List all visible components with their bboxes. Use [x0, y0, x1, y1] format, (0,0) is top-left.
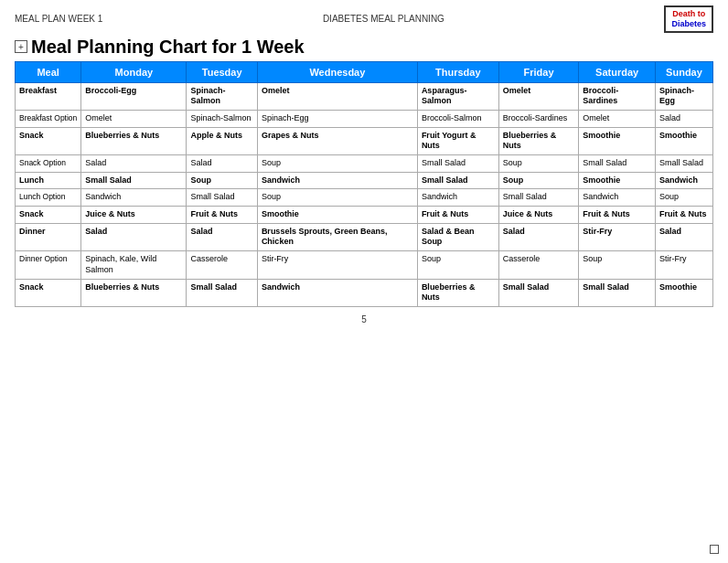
table-cell: Salad	[498, 223, 579, 250]
table-cell: Spinach-Egg	[257, 110, 417, 127]
col-header-saturday: Saturday	[579, 61, 656, 82]
table-cell: Omelet	[81, 110, 187, 127]
table-cell: Blueberries & Nuts	[81, 279, 187, 306]
table-cell: Blueberries & Nuts	[81, 127, 187, 154]
table-cell: Soup	[187, 172, 257, 189]
table-cell: Asparagus-Salmon	[417, 82, 498, 110]
meal-label: Snack	[16, 279, 81, 306]
meal-label: Snack	[16, 127, 81, 154]
table-cell: Small Salad	[655, 155, 712, 173]
logo-line2: Diabetes	[671, 19, 706, 29]
table-cell: Small Salad	[498, 189, 579, 207]
table-cell: Grapes & Nuts	[257, 127, 417, 154]
table-cell: Spinach-Salmon	[187, 82, 257, 110]
table-cell: Fruit Yogurt & Nuts	[417, 127, 498, 154]
table-cell: Broccoli-Sardines	[579, 82, 656, 110]
col-header-wednesday: Wednesday	[257, 61, 417, 82]
table-cell: Sandwich	[655, 172, 712, 189]
table-cell: Sandwich	[81, 189, 187, 207]
table-cell: Soup	[579, 251, 656, 279]
table-cell: Salad	[655, 223, 712, 250]
table-cell: Stir-Fry	[579, 223, 656, 250]
table-cell: Sandwich	[579, 189, 656, 207]
table-cell: Soup	[655, 189, 712, 207]
table-row: Dinner OptionSpinach, Kale, Wild SalmonC…	[16, 251, 713, 279]
meal-label: Breakfast	[16, 82, 81, 110]
table-cell: Omelet	[579, 110, 656, 127]
table-cell: Soup	[417, 251, 498, 279]
table-cell: Salad	[81, 223, 187, 250]
table-cell: Casserole	[187, 251, 257, 279]
table-row: DinnerSaladSaladBrussels Sprouts, Green …	[16, 223, 713, 250]
table-cell: Fruit & Nuts	[579, 207, 656, 224]
table-row: Breakfast OptionOmeletSpinach-SalmonSpin…	[16, 110, 713, 127]
table-cell: Smoothie	[655, 279, 712, 306]
table-cell: Salad	[187, 155, 257, 173]
corner-box	[710, 545, 719, 554]
table-cell: Salad & Bean Soup	[417, 223, 498, 250]
col-header-monday: Monday	[81, 61, 187, 82]
col-header-friday: Friday	[498, 61, 579, 82]
table-cell: Fruit & Nuts	[417, 207, 498, 224]
table-cell: Small Salad	[579, 155, 656, 173]
header-left: MEAL PLAN WEEK 1	[15, 14, 102, 24]
table-cell: Smoothie	[579, 127, 656, 154]
table-cell: Juice & Nuts	[81, 207, 187, 224]
meal-label-sub: Lunch Option	[16, 189, 81, 207]
table-row: BreakfastBroccoli-EggSpinach-SalmonOmele…	[16, 82, 713, 110]
table-row: Snack OptionSaladSaladSoupSmall SaladSou…	[16, 155, 713, 173]
table-cell: Fruit & Nuts	[655, 207, 712, 224]
logo-line1: Death to	[671, 9, 706, 19]
col-header-sunday: Sunday	[655, 61, 712, 82]
table-cell: Broccoli-Salmon	[417, 110, 498, 127]
main-content: + Meal Planning Chart for 1 Week MealMon…	[0, 37, 728, 311]
table-row: SnackJuice & NutsFruit & NutsSmoothieFru…	[16, 207, 713, 224]
table-cell: Soup	[257, 189, 417, 207]
table-cell: Small Salad	[187, 279, 257, 306]
table-cell: Juice & Nuts	[498, 207, 579, 224]
table-header-row: MealMondayTuesdayWednesdayThursdayFriday…	[16, 61, 713, 82]
meal-label: Snack	[16, 207, 81, 224]
table-cell: Salad	[655, 110, 712, 127]
meal-label: Dinner	[16, 223, 81, 250]
meal-label-sub: Dinner Option	[16, 251, 81, 279]
meal-label-sub: Breakfast Option	[16, 110, 81, 127]
table-cell: Small Salad	[417, 155, 498, 173]
meal-label: Lunch	[16, 172, 81, 189]
table-cell: Casserole	[498, 251, 579, 279]
table-cell: Fruit & Nuts	[187, 207, 257, 224]
table-cell: Soup	[257, 155, 417, 173]
table-cell: Soup	[498, 155, 579, 173]
table-cell: Brussels Sprouts, Green Beans, Chicken	[257, 223, 417, 250]
table-cell: Apple & Nuts	[187, 127, 257, 154]
page-title: Meal Planning Chart for 1 Week	[31, 37, 305, 58]
table-cell: Sandwich	[257, 279, 417, 306]
title-row: + Meal Planning Chart for 1 Week	[15, 37, 713, 58]
table-cell: Small Salad	[81, 172, 187, 189]
table-cell: Stir-Fry	[655, 251, 712, 279]
table-cell: Spinach-Salmon	[187, 110, 257, 127]
table-cell: Spinach, Kale, Wild Salmon	[81, 251, 187, 279]
table-cell: Small Salad	[498, 279, 579, 306]
table-cell: Omelet	[257, 82, 417, 110]
table-cell: Spinach-Egg	[655, 82, 712, 110]
table-row: LunchSmall SaladSoupSandwichSmall SaladS…	[16, 172, 713, 189]
table-cell: Stir-Fry	[257, 251, 417, 279]
table-cell: Blueberries & Nuts	[498, 127, 579, 154]
page-footer: 5	[0, 311, 728, 328]
page-header: MEAL PLAN WEEK 1 DIABETES MEAL PLANNING …	[0, 0, 728, 37]
table-cell: Smoothie	[579, 172, 656, 189]
table-cell: Small Salad	[187, 189, 257, 207]
table-row: Lunch OptionSandwichSmall SaladSoupSandw…	[16, 189, 713, 207]
col-header-thursday: Thursday	[417, 61, 498, 82]
table-cell: Broccoli-Sardines	[498, 110, 579, 127]
plus-button[interactable]: +	[15, 40, 27, 53]
table-cell: Smoothie	[257, 207, 417, 224]
table-cell: Small Salad	[579, 279, 656, 306]
table-cell: Omelet	[498, 82, 579, 110]
table-cell: Sandwich	[257, 172, 417, 189]
page-number: 5	[361, 314, 367, 324]
meal-plan-table: MealMondayTuesdayWednesdayThursdayFriday…	[15, 61, 713, 307]
table-cell: Small Salad	[417, 172, 498, 189]
meal-label-sub: Snack Option	[16, 155, 81, 173]
